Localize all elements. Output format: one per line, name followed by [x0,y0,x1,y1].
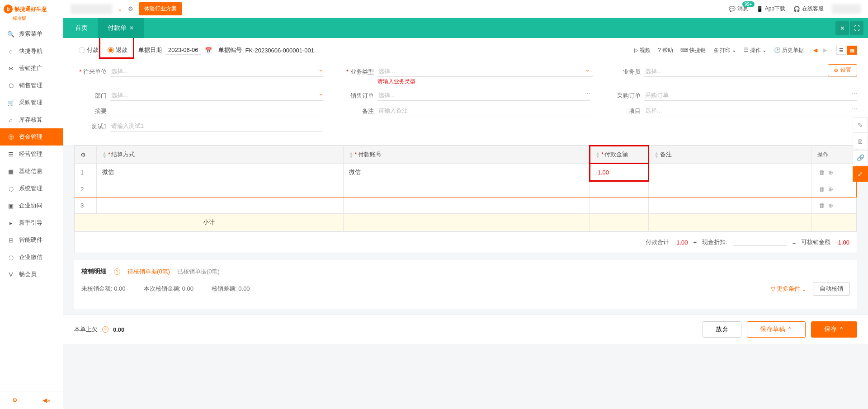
remark-input[interactable] [377,105,590,116]
cell-remark[interactable] [649,197,811,214]
calendar-icon[interactable]: 📅 [205,47,212,54]
radio-pay[interactable]: 付款 [74,43,103,57]
staff-select[interactable] [644,66,857,77]
more-icon[interactable]: ⋯ [852,105,857,112]
sidebar-item-11[interactable]: ▸新手引导 [0,214,63,231]
sidebar-item-9[interactable]: ◌系统管理 [0,180,63,197]
gear-column[interactable]: ⚙ [75,146,97,164]
chevron-down-icon[interactable]: ⌄ [585,66,590,77]
view-list-icon[interactable]: ☰ [836,46,846,55]
gear-icon[interactable]: ⚙ [128,5,133,12]
cell-amount[interactable] [590,181,649,197]
video-link[interactable]: ▷视频 [634,47,651,54]
chevron-down-icon[interactable]: ⌄ [318,66,323,73]
user-avatar-blurred[interactable] [832,4,861,14]
tab-close-all-icon[interactable]: ✕ [835,21,849,35]
history-link[interactable]: 🕑历史单据 [774,47,804,54]
collapse-icon[interactable]: ◀» [42,397,50,404]
col-amount[interactable]: ▲▼付款金额 [590,146,649,164]
table-row[interactable]: 3 🗑⊕ [75,197,857,214]
sidebar-item-10[interactable]: ▣企业协同 [0,197,63,214]
tab-home[interactable]: 首页 [65,18,98,38]
sidebar-item-6[interactable]: ㊎资金管理 [0,128,63,146]
summary-input[interactable] [110,105,323,116]
help-link[interactable]: ?帮助 [658,47,673,54]
table-row[interactable]: 2 🗑⊕ [75,181,857,197]
dept-select[interactable] [110,90,323,101]
col-account[interactable]: ▲▼付款账号 [343,146,590,164]
done-tab[interactable]: 已核销单据(0笔) [177,268,220,276]
sidebar-item-12[interactable]: ⊞智能硬件 [0,231,63,249]
purchaseorder-select[interactable] [644,90,857,101]
partner-select[interactable] [110,66,323,77]
tab-close-icon[interactable]: ✕ [129,25,134,31]
info-icon[interactable]: ? [102,326,108,333]
org-dropdown-icon[interactable]: ⌄ [118,5,123,12]
sidebar-item-7[interactable]: ☰经营管理 [0,146,63,163]
discard-button[interactable]: 放弃 [703,321,741,338]
trial-button[interactable]: 体验行业方案 [139,2,182,15]
pending-tab[interactable]: 待核销单据(0笔) [127,268,170,276]
col-method[interactable]: ▲▼结算方式 [97,146,344,164]
more-icon[interactable]: ⋯ [585,90,590,97]
app-download-link[interactable]: 📱 App下载 [756,5,785,13]
cashdisc-input[interactable] [733,239,787,246]
cell-amount[interactable] [590,197,649,214]
auto-verify-button[interactable]: 自动核销 [813,282,850,296]
sidebar-item-1[interactable]: ⌂快捷导航 [0,42,63,60]
cell-method[interactable] [97,181,344,197]
prev-doc-icon[interactable]: ◀ [811,46,819,54]
save-button[interactable]: 保存⌃ [811,321,857,338]
sidebar-item-0[interactable]: 🔍搜索菜单 [0,25,63,42]
add-row-icon[interactable]: ⊕ [828,202,833,209]
rail-doc-icon[interactable]: 🗎 [853,134,868,149]
print-link[interactable]: 🖨打印⌄ [713,47,736,54]
delete-icon[interactable]: 🗑 [819,202,825,209]
project-select[interactable] [644,105,857,116]
chevron-down-icon[interactable]: ⌄ [318,90,323,97]
cell-remark[interactable] [649,181,811,197]
view-card-icon[interactable]: ▦ [847,46,857,55]
rail-attach-icon[interactable]: 🔗 [853,150,868,165]
sidebar-item-14[interactable]: V畅会员 [0,266,63,283]
rail-note-icon[interactable]: ✎ [853,118,868,133]
sidebar-item-4[interactable]: 🛒采购管理 [0,94,63,111]
sidebar-item-13[interactable]: ◌企业微信 [0,249,63,266]
rail-expand-icon[interactable]: ⤢ [853,166,868,182]
biztype-select[interactable] [377,66,594,77]
save-draft-button[interactable]: 保存草稿⌃ [747,321,806,338]
cell-account[interactable] [343,181,590,197]
cell-method[interactable]: 微信 [97,164,344,181]
date-value[interactable]: 2023-06-06 [165,46,201,55]
sidebar-item-8[interactable]: ▦基础信息 [0,163,63,180]
sidebar-item-3[interactable]: ⬡销售管理 [0,77,63,94]
radio-refund[interactable]: 退款 [103,43,132,57]
settings-button[interactable]: ⚙设置 [828,64,857,76]
shortcut-link[interactable]: ⌨快捷键 [680,47,706,54]
table-row[interactable]: 1 微信 微信 -1.00 🗑⊕ [75,164,857,181]
online-service-link[interactable]: 🎧 在线客服 [793,5,824,13]
add-row-icon[interactable]: ⊕ [828,169,833,176]
cell-account[interactable] [343,197,590,214]
add-row-icon[interactable]: ⊕ [828,186,833,193]
sidebar-item-2[interactable]: ✉营销推广 [0,60,63,77]
salesorder-select[interactable] [377,90,590,101]
next-doc-icon[interactable]: ▶ [821,46,829,54]
tab-payment[interactable]: 付款单 ✕ [98,18,144,38]
delete-icon[interactable]: 🗑 [819,169,825,176]
info-icon[interactable]: ? [114,268,120,275]
fullscreen-icon[interactable]: ⛶ [850,21,863,35]
cell-account[interactable]: 微信 [343,164,590,181]
more-icon[interactable]: ⋯ [852,90,857,97]
col-remark[interactable]: ▲▼备注 [649,146,811,164]
more-filters-link[interactable]: ▽更多条件⌄ [771,285,807,293]
settings-gear-icon[interactable]: ⚙ [12,397,18,404]
delete-icon[interactable]: 🗑 [819,186,825,193]
messages-link[interactable]: 💬 消息 99+ [729,5,748,13]
sidebar-item-5[interactable]: ⌂库存核算 [0,111,63,128]
test1-input[interactable] [110,121,323,132]
cell-method[interactable] [97,197,344,214]
operate-link[interactable]: ☰操作⌄ [744,47,767,54]
cell-remark[interactable] [649,164,811,181]
cell-amount[interactable]: -1.00 [590,164,649,181]
